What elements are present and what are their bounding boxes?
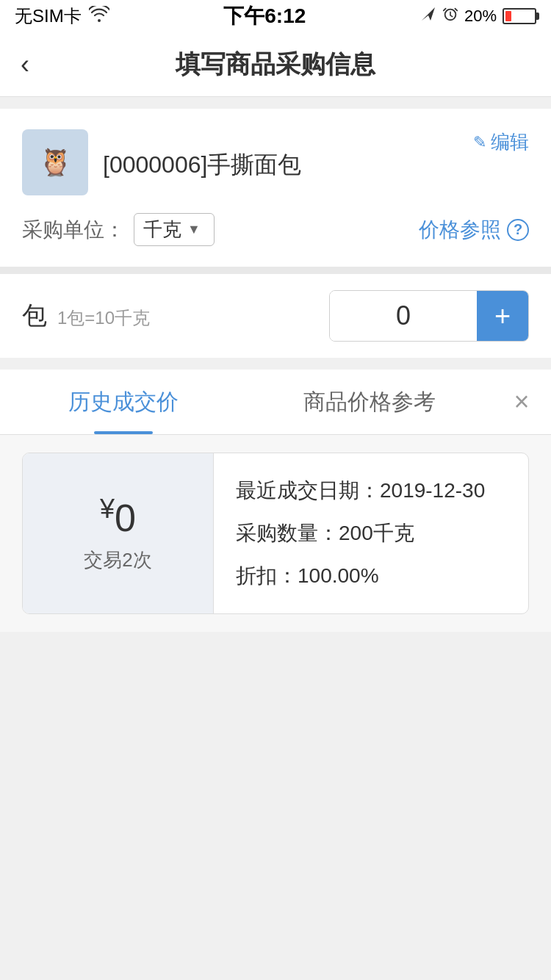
product-card: 🦉 [0000006]手撕面包 ✎ 编辑 采购单位： 千克 ▼ 价格参照 ?	[0, 109, 551, 267]
battery-fill	[505, 11, 511, 21]
product-header: 🦉 [0000006]手撕面包 ✎ 编辑	[22, 129, 529, 195]
page-title: 填写商品采购信息	[176, 48, 375, 82]
section-divider	[0, 267, 551, 274]
back-button[interactable]: ‹	[21, 51, 29, 78]
status-left: 无SIM卡	[15, 4, 109, 28]
product-header-left: 🦉 [0000006]手撕面包	[22, 129, 301, 195]
edit-icon: ✎	[473, 133, 486, 152]
edit-button[interactable]: ✎ 编辑	[473, 129, 529, 155]
help-icon: ?	[507, 219, 529, 241]
carrier-text: 无SIM卡	[15, 4, 82, 28]
status-bar: 无SIM卡 下午6:12 20%	[0, 0, 551, 32]
unit-label-text: 采购单位：	[22, 216, 125, 244]
discount-row: 折扣：100.00%	[236, 561, 506, 591]
tab-close-button[interactable]: ×	[492, 370, 551, 434]
price-value: 0	[115, 497, 136, 539]
discount-label: 折扣：	[236, 564, 298, 587]
recent-date-value: 2019-12-30	[380, 479, 485, 502]
purchase-quantity-row: 采购数量：200千克	[236, 518, 506, 549]
wifi-icon	[89, 6, 109, 26]
main-body	[0, 632, 551, 980]
history-card-right: 最近成交日期：2019-12-30 采购数量：200千克 折扣：100.00%	[214, 453, 528, 613]
quantity-input[interactable]	[330, 291, 477, 341]
unit-label: 采购单位： 千克 ▼	[22, 213, 215, 246]
tabs-section: 历史成交价 商品价格参考 × ¥0 交易2次 最近成交日期：2019-12-30	[0, 370, 551, 632]
unit-select-dropdown[interactable]: 千克 ▼	[134, 213, 215, 246]
history-transactions: 交易2次	[84, 547, 151, 573]
history-card-left: ¥0 交易2次	[23, 453, 214, 613]
purchase-qty-label: 采购数量：	[236, 522, 339, 544]
product-name: [0000006]手撕面包	[103, 143, 301, 181]
price-ref-label: 价格参照	[419, 216, 501, 244]
quantity-row: 包 1包=10千克 +	[0, 274, 551, 358]
battery-percent: 20%	[464, 7, 497, 26]
recent-date-row: 最近成交日期：2019-12-30	[236, 475, 506, 506]
quantity-conversion-text: 1包=10千克	[57, 306, 150, 330]
product-unit-row: 采购单位： 千克 ▼ 价格参照 ?	[22, 213, 529, 246]
gps-icon	[420, 6, 436, 26]
unit-value: 千克	[143, 217, 181, 242]
tab-history-price[interactable]: 历史成交价	[0, 370, 246, 434]
product-thumbnail: 🦉	[22, 129, 88, 195]
tab-product-price-ref[interactable]: 商品价格参考	[246, 370, 492, 434]
quantity-label: 包 1包=10千克	[22, 299, 150, 333]
tab-active-indicator	[94, 431, 153, 434]
tabs-content: ¥0 交易2次 最近成交日期：2019-12-30 采购数量：200千克 折扣：…	[0, 435, 551, 632]
alarm-icon	[442, 6, 458, 26]
close-icon: ×	[514, 386, 529, 417]
tab-history-label: 历史成交价	[68, 387, 179, 417]
tabs-header: 历史成交价 商品价格参考 ×	[0, 370, 551, 435]
status-right: 20%	[420, 6, 536, 26]
tab-price-ref-label: 商品价格参考	[303, 387, 436, 417]
quantity-plus-button[interactable]: +	[477, 291, 528, 341]
product-owl-icon: 🦉	[39, 147, 72, 178]
quantity-unit-text: 包	[22, 299, 47, 333]
price-symbol: ¥	[100, 494, 115, 524]
discount-value: 100.00%	[298, 564, 379, 587]
nav-bar: ‹ 填写商品采购信息	[0, 32, 551, 97]
purchase-qty-value: 200千克	[339, 522, 414, 544]
dropdown-arrow-icon: ▼	[187, 222, 201, 237]
quantity-input-group: +	[329, 290, 529, 342]
history-card: ¥0 交易2次 最近成交日期：2019-12-30 采购数量：200千克 折扣：…	[22, 453, 529, 614]
recent-date-label: 最近成交日期：	[236, 479, 380, 502]
price-ref-link[interactable]: 价格参照 ?	[419, 216, 529, 244]
battery-icon	[503, 8, 536, 24]
edit-label: 编辑	[491, 129, 529, 155]
history-price: ¥0	[100, 494, 136, 540]
status-time: 下午6:12	[223, 2, 306, 30]
